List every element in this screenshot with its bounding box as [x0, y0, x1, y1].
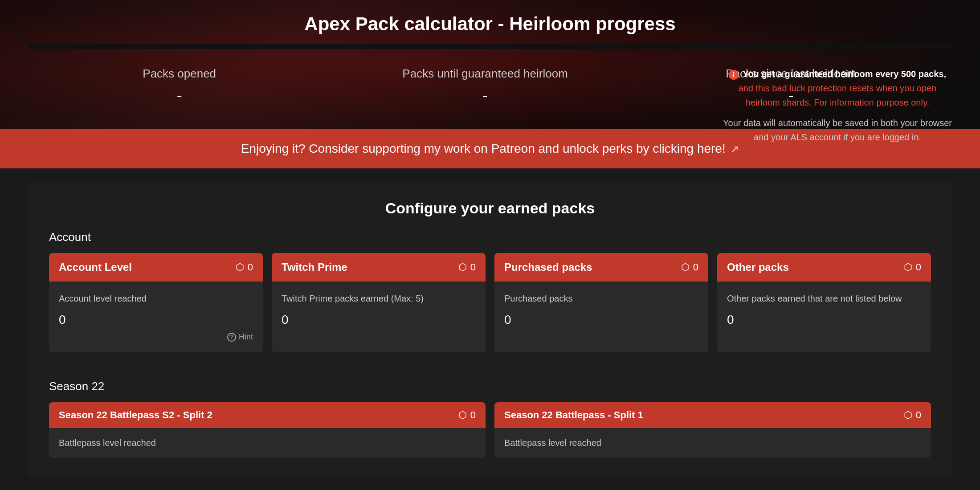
card-account-level-count: ⬡ 0	[236, 261, 253, 273]
hint-label: Hint	[239, 332, 253, 342]
stat-packs-opened: Packs opened -	[27, 67, 332, 105]
pack-icon-account-level: ⬡	[236, 261, 244, 273]
page-title: Apex Pack calculator - Heirloom progress	[27, 13, 953, 35]
configure-title: Configure your earned packs	[49, 200, 931, 217]
card-other-packs-count: ⬡ 0	[904, 261, 921, 273]
season-card-s1-count: ⬡ 0	[904, 409, 921, 421]
season-card-s2-split2-body: Battlepass level reached	[49, 428, 486, 458]
stat-packs-opened-label: Packs opened	[36, 67, 323, 81]
other-packs-description: Other packs earned that are not listed b…	[727, 292, 921, 305]
purchased-packs-pack-count: 0	[693, 261, 698, 273]
season-cards-row: Season 22 Battlepass S2 - Split 2 ⬡ 0 Ba…	[49, 402, 931, 458]
season-s2-split2-description: Battlepass level reached	[59, 438, 476, 448]
account-level-description: Account level reached	[59, 292, 253, 305]
account-section-label: Account	[49, 230, 931, 244]
patreon-text: Enjoying it? Consider supporting my work…	[241, 142, 726, 155]
hero-section: Apex Pack calculator - Heirloom progress…	[0, 0, 980, 129]
section-divider	[49, 366, 931, 366]
progress-bar-container	[27, 44, 953, 49]
info-box-text: i You get a guaranteed heirloom every 50…	[722, 67, 953, 110]
card-other-packs: Other packs ⬡ 0 Other packs earned that …	[717, 253, 931, 352]
card-twitch-prime-body: Twitch Prime packs earned (Max: 5) 0	[272, 282, 486, 338]
season-card-s2-split2-count: ⬡ 0	[458, 409, 476, 421]
account-level-pack-count: 0	[248, 261, 253, 273]
twitch-prime-value: 0	[282, 313, 476, 327]
other-packs-pack-count: 0	[916, 261, 921, 273]
season-card-s1-title: Season 22 Battlepass - Split 1	[504, 409, 643, 421]
configure-section: Configure your earned packs Account Acco…	[27, 182, 953, 476]
pack-icon-s1: ⬡	[904, 409, 912, 421]
stat-packs-until-value: -	[341, 86, 629, 105]
external-link-icon: ↗	[730, 143, 739, 155]
card-purchased-packs-header: Purchased packs ⬡ 0	[494, 253, 708, 282]
account-level-value: 0	[59, 313, 253, 327]
pack-icon-purchased: ⬡	[681, 261, 690, 273]
twitch-prime-description: Twitch Prime packs earned (Max: 5)	[282, 292, 476, 305]
card-purchased-packs-body: Purchased packs 0	[494, 282, 708, 338]
account-cards-row: Account Level ⬡ 0 Account level reached …	[49, 253, 931, 352]
season-section-label: Season 22	[49, 380, 931, 393]
card-purchased-packs-title: Purchased packs	[504, 261, 592, 274]
card-other-packs-title: Other packs	[727, 261, 789, 274]
card-other-packs-body: Other packs earned that are not listed b…	[717, 282, 931, 338]
stat-packs-until: Packs until guaranteed heirloom -	[332, 67, 638, 105]
card-account-level: Account Level ⬡ 0 Account level reached …	[49, 253, 263, 352]
main-wrapper: Apex Pack calculator - Heirloom progress…	[0, 0, 980, 476]
twitch-prime-pack-count: 0	[470, 261, 476, 273]
season-s2-split2-pack-count: 0	[470, 409, 476, 421]
info-body-text: Your data will automatically be saved in…	[722, 116, 953, 144]
stats-row: Packs opened - Packs until guaranteed he…	[27, 67, 953, 105]
info-bold: You get a guaranteed heirloom every 500 …	[743, 69, 946, 79]
season-card-s2-split2: Season 22 Battlepass S2 - Split 2 ⬡ 0 Ba…	[49, 402, 486, 458]
card-account-level-body: Account level reached 0 ? Hint	[49, 282, 263, 352]
card-account-level-header: Account Level ⬡ 0	[49, 253, 263, 282]
card-purchased-packs-count: ⬡ 0	[681, 261, 698, 273]
purchased-packs-value: 0	[504, 313, 698, 327]
card-twitch-prime-header: Twitch Prime ⬡ 0	[272, 253, 486, 282]
pack-icon-twitch: ⬡	[458, 261, 467, 273]
info-red-text: and this bad luck protection resets when…	[739, 83, 937, 107]
season-card-s1: Season 22 Battlepass - Split 1 ⬡ 0 Battl…	[494, 402, 931, 458]
hint-row: ? Hint	[59, 332, 253, 342]
card-account-level-title: Account Level	[59, 261, 132, 274]
season-card-s1-body: Battlepass level reached	[494, 428, 931, 458]
pack-icon-s2-split2: ⬡	[458, 409, 467, 421]
card-twitch-prime-title: Twitch Prime	[282, 261, 347, 274]
info-icon: i	[729, 70, 739, 80]
card-other-packs-header: Other packs ⬡ 0	[717, 253, 931, 282]
card-purchased-packs: Purchased packs ⬡ 0 Purchased packs 0	[494, 253, 708, 352]
info-box: i You get a guaranteed heirloom every 50…	[722, 67, 953, 144]
season-card-s2-split2-header: Season 22 Battlepass S2 - Split 2 ⬡ 0	[49, 402, 486, 428]
card-twitch-prime-count: ⬡ 0	[458, 261, 476, 273]
pack-icon-other: ⬡	[904, 261, 912, 273]
season-card-s1-header: Season 22 Battlepass - Split 1 ⬡ 0	[494, 402, 931, 428]
other-packs-value: 0	[727, 313, 921, 327]
stat-packs-opened-value: -	[36, 86, 323, 105]
hint-icon: ?	[227, 333, 236, 342]
hint-button[interactable]: ? Hint	[227, 332, 253, 342]
stat-packs-until-label: Packs until guaranteed heirloom	[341, 67, 629, 81]
season-card-s2-split2-title: Season 22 Battlepass S2 - Split 2	[59, 409, 212, 421]
card-twitch-prime: Twitch Prime ⬡ 0 Twitch Prime packs earn…	[272, 253, 486, 352]
season-s1-description: Battlepass level reached	[504, 438, 921, 448]
purchased-packs-description: Purchased packs	[504, 292, 698, 305]
season-s1-pack-count: 0	[916, 409, 921, 421]
